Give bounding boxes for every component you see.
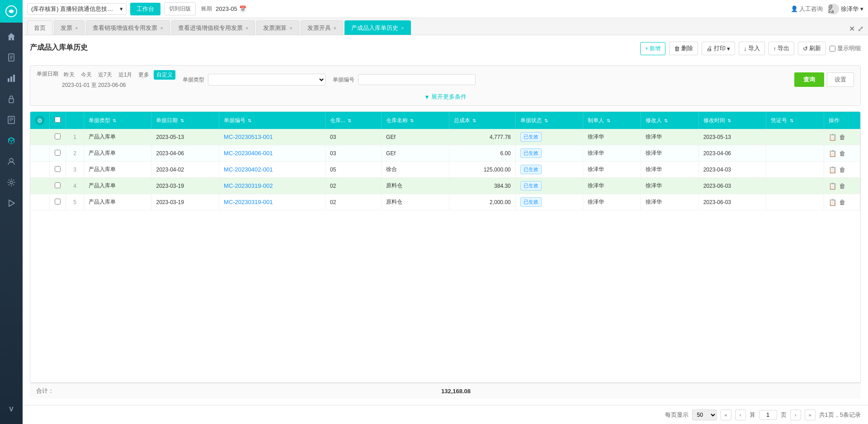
- sidebar-item-gear[interactable]: [0, 172, 23, 193]
- tab-sales-vat[interactable]: 查看销项增值税专用发票 ×: [86, 20, 170, 35]
- shortcut-today[interactable]: 今天: [79, 70, 94, 80]
- tab-purchase-vat-close[interactable]: ×: [245, 25, 248, 31]
- th-modifier[interactable]: 修改人 ⇅: [641, 112, 698, 129]
- new-button[interactable]: + 新增: [640, 42, 665, 55]
- shortcut-yesterday[interactable]: 昨天: [62, 70, 76, 80]
- page-number-input[interactable]: [759, 410, 777, 420]
- page-next-button[interactable]: ›: [790, 410, 801, 420]
- link-number-2[interactable]: MC-20230402-001: [224, 166, 273, 173]
- sidebar-item-v[interactable]: V: [0, 399, 23, 419]
- shortcut-more[interactable]: 更多: [137, 70, 151, 80]
- th-type[interactable]: 单据类型 ⇅: [84, 112, 151, 129]
- sidebar-item-bill[interactable]: [0, 110, 23, 130]
- edit-button-4[interactable]: 📋: [829, 199, 836, 206]
- tab-product-history-close[interactable]: ×: [401, 25, 404, 31]
- select-all-checkbox[interactable]: [55, 117, 61, 123]
- row-checkbox-0[interactable]: [55, 133, 61, 139]
- link-number-1[interactable]: MC-20230406-001: [224, 150, 273, 157]
- delete-button-4[interactable]: 🗑: [839, 199, 845, 206]
- link-number-4[interactable]: MC-20230319-001: [224, 199, 273, 205]
- per-page-select[interactable]: 50 100: [692, 410, 717, 420]
- sidebar-item-home[interactable]: [0, 26, 23, 47]
- sidebar-item-lock[interactable]: [0, 89, 23, 110]
- delete-button-2[interactable]: 🗑: [839, 166, 845, 173]
- tab-invoice[interactable]: 发票 ×: [54, 20, 85, 35]
- page-first-button[interactable]: «: [721, 410, 731, 420]
- cell-checkbox-3[interactable]: [50, 178, 66, 194]
- cell-checkbox-4[interactable]: [50, 194, 66, 210]
- refresh-button[interactable]: ↺ 刷新: [798, 42, 826, 55]
- tab-product-history[interactable]: 产成品入库单历史 ×: [344, 20, 410, 35]
- expand-more-button[interactable]: ▼ 展开更多条件: [424, 93, 467, 101]
- page-prev-button[interactable]: ‹: [735, 410, 746, 420]
- row-checkbox-4[interactable]: [55, 199, 61, 205]
- th-warehouse-code[interactable]: 仓库... ⇅: [326, 112, 382, 129]
- print-button[interactable]: 🖨 打印 ▾: [702, 42, 735, 55]
- import-button[interactable]: ↓ 导入: [739, 42, 765, 55]
- link-number-0[interactable]: MC-20230513-001: [224, 133, 273, 140]
- cell-number-3[interactable]: MC-20230319-002: [219, 178, 326, 194]
- switch-button[interactable]: 切到旧版: [164, 2, 196, 15]
- number-filter-input[interactable]: [358, 74, 476, 85]
- cell-checkbox-2[interactable]: [50, 162, 66, 178]
- delete-button-1[interactable]: 🗑: [839, 150, 845, 157]
- page-last-button[interactable]: »: [805, 410, 816, 420]
- th-status[interactable]: 单据状态 ⇅: [515, 112, 583, 129]
- shortcut-7days[interactable]: 近7天: [96, 70, 114, 80]
- row-checkbox-3[interactable]: [55, 182, 61, 188]
- row-checkbox-2[interactable]: [55, 166, 61, 172]
- sidebar-item-user[interactable]: [0, 151, 23, 172]
- cell-number-2[interactable]: MC-20230402-001: [219, 162, 326, 178]
- sidebar-item-doc[interactable]: [0, 47, 23, 68]
- th-modify-time[interactable]: 修改时间 ⇅: [698, 112, 766, 129]
- tab-expand-button[interactable]: ⤢: [858, 24, 863, 33]
- period-calendar-icon[interactable]: 📅: [239, 5, 246, 12]
- show-detail-checkbox[interactable]: [830, 46, 835, 52]
- th-number[interactable]: 单据编号 ⇅: [219, 112, 326, 129]
- tab-invoice-close[interactable]: ×: [75, 25, 78, 31]
- th-total-cost[interactable]: 总成本 ⇅: [449, 112, 515, 129]
- th-checkbox[interactable]: [50, 112, 66, 129]
- show-detail-toggle[interactable]: 显示明细: [830, 44, 861, 52]
- edit-button-3[interactable]: 📋: [829, 182, 836, 190]
- th-warehouse-name[interactable]: 仓库名称 ⇅: [382, 112, 449, 129]
- sidebar-item-box[interactable]: [0, 130, 23, 151]
- cell-checkbox-0[interactable]: [50, 129, 66, 145]
- workbench-button[interactable]: 工作台: [130, 3, 160, 15]
- link-number-3[interactable]: MC-20230319-002: [224, 182, 273, 189]
- query-button[interactable]: 查询: [794, 72, 824, 87]
- delete-button-0[interactable]: 🗑: [839, 133, 845, 141]
- type-filter-select[interactable]: [208, 74, 326, 86]
- app-logo[interactable]: [0, 0, 23, 23]
- shortcut-1month[interactable]: 近1月: [117, 70, 134, 80]
- th-voucher[interactable]: 凭证号 ⇅: [766, 112, 824, 129]
- company-selector[interactable]: (库存核算) 直播轻跳通信息技术股份... ▾: [27, 3, 127, 15]
- tab-purchase-vat[interactable]: 查看进项增值税专用发票 ×: [171, 20, 255, 35]
- export-button[interactable]: ↑ 导出: [769, 42, 795, 55]
- tab-invoice-open[interactable]: 发票开具 ×: [301, 20, 343, 35]
- tab-home[interactable]: 首页: [27, 20, 52, 35]
- cell-number-1[interactable]: MC-20230406-001: [219, 145, 326, 162]
- edit-button-2[interactable]: 📋: [829, 166, 836, 173]
- delete-button-3[interactable]: 🗑: [839, 182, 845, 190]
- help-button[interactable]: 👤 人工咨询: [791, 5, 823, 13]
- cell-number-4[interactable]: MC-20230319-001: [219, 194, 326, 210]
- sidebar-item-play[interactable]: [0, 193, 23, 214]
- sidebar-item-chart[interactable]: [0, 68, 23, 89]
- th-settings[interactable]: ⚙: [30, 112, 50, 129]
- tab-sales-vat-close[interactable]: ×: [160, 25, 163, 31]
- shortcut-custom[interactable]: 自定义: [154, 70, 175, 80]
- cell-number-0[interactable]: MC-20230513-001: [219, 129, 326, 145]
- tab-invoice-calc-close[interactable]: ×: [289, 25, 292, 31]
- row-checkbox-1[interactable]: [55, 150, 61, 156]
- tab-invoice-calc[interactable]: 发票测算 ×: [256, 20, 299, 35]
- edit-button-1[interactable]: 📋: [829, 150, 836, 157]
- th-creator[interactable]: 制单人 ⇅: [583, 112, 641, 129]
- th-date[interactable]: 单据日期 ⇅: [151, 112, 219, 129]
- tab-invoice-open-close[interactable]: ×: [334, 25, 336, 31]
- edit-button-0[interactable]: 📋: [829, 133, 836, 141]
- cell-checkbox-1[interactable]: [50, 145, 66, 162]
- filter-settings-button[interactable]: 设置: [827, 72, 854, 87]
- user-menu[interactable]: @ Ea 徐泽华 ▾: [828, 4, 863, 14]
- delete-button[interactable]: 🗑 删除: [669, 42, 698, 55]
